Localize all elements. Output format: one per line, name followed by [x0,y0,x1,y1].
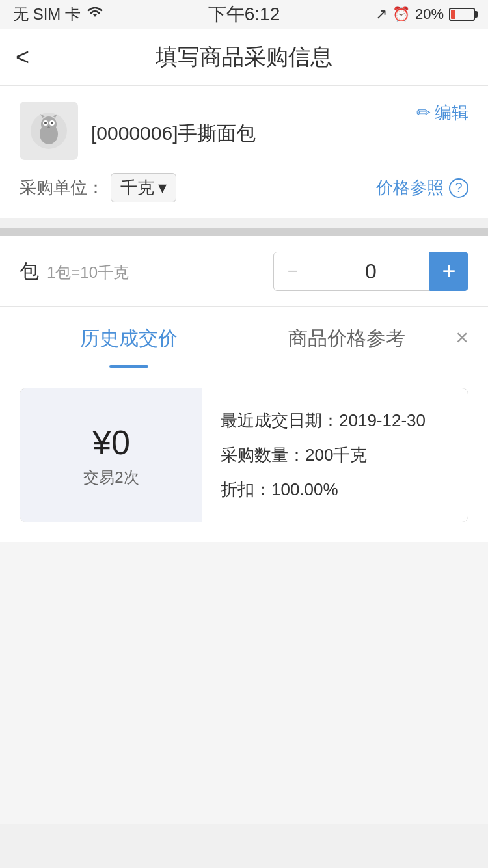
quantity-row: 包 1包=10千克 − 0 + [0,236,488,306]
back-button[interactable]: < [16,44,29,71]
page-title: 填写商品采购信息 [156,42,332,72]
section-separator [0,228,488,236]
price-reference-button[interactable]: 价格参照 ? [376,176,468,199]
transaction-discount-row: 折扣：100.00% [221,477,450,502]
main-content: ¥0 交易2次 最近成交日期：2019-12-30 采购数量：200千克 折扣：… [0,368,488,824]
quantity-input[interactable]: 0 [312,252,429,291]
edit-label: 编辑 [435,102,468,124]
tab-history-label: 历史成交价 [80,327,178,349]
product-unit-row: 采购单位： 千克 ▾ 价格参照 ? [20,173,468,202]
transaction-details: 最近成交日期：2019-12-30 采购数量：200千克 折扣：100.00% [202,388,468,522]
tab-history-price[interactable]: 历史成交价 [20,307,237,368]
product-card: [0000006]手撕面包 ✏ 编辑 采购单位： 千克 ▾ 价格参照 ? [0,86,488,218]
quantity-increase-button[interactable]: + [429,252,468,291]
battery-pct: 20% [415,6,444,23]
dropdown-arrow-icon: ▾ [158,178,167,198]
battery-icon [449,8,475,21]
date-value: 2019-12-30 [339,411,426,430]
alarm-icon: ⏰ [392,6,410,23]
discount-label: 折扣： [221,480,271,499]
status-left: 无 SIM 卡 [13,4,104,25]
wifi-icon [86,5,104,23]
svg-point-5 [44,122,47,124]
qty-label: 采购数量： [221,445,305,465]
quantity-controls: − 0 + [273,252,468,291]
transaction-count: 交易2次 [83,467,139,488]
edit-icon: ✏ [416,103,431,123]
status-right: ↗ ⏰ 20% [375,6,475,23]
status-time: 下午6:12 [208,2,280,27]
quantity-label-area: 包 1包=10千克 [20,258,129,285]
tabs-close-button[interactable]: × [455,312,468,363]
minus-icon: − [288,261,298,282]
status-bar: 无 SIM 卡 下午6:12 ↗ ⏰ 20% [0,0,488,29]
product-left: [0000006]手撕面包 [20,102,256,160]
carrier-text: 无 SIM 卡 [13,4,81,25]
quantity-unit: 包 [20,258,39,285]
unit-value: 千克 [120,176,154,199]
tabs-row: 历史成交价 商品价格参考 × [0,307,488,368]
history-content: ¥0 交易2次 最近成交日期：2019-12-30 采购数量：200千克 折扣：… [0,368,488,542]
tab-product-label: 商品价格参考 [288,327,405,349]
transaction-price: ¥0 [92,423,130,462]
date-label: 最近成交日期： [221,411,339,430]
unit-select[interactable]: 千克 ▾ [111,173,176,202]
transaction-card: ¥0 交易2次 最近成交日期：2019-12-30 采购数量：200千克 折扣：… [20,388,468,522]
product-header: [0000006]手撕面包 ✏ 编辑 [20,102,468,160]
help-icon: ? [449,178,468,198]
unit-label: 采购单位： [20,176,104,199]
product-thumbnail [20,102,78,160]
svg-point-6 [51,122,53,124]
product-name: [0000006]手撕面包 [91,115,256,147]
qty-value: 200千克 [305,445,367,465]
plus-icon: + [442,258,455,285]
edit-button[interactable]: ✏ 编辑 [416,102,468,124]
transaction-qty-row: 采购数量：200千克 [221,442,450,468]
transaction-summary: ¥0 交易2次 [20,388,202,522]
tabs-container: 历史成交价 商品价格参考 × [0,307,488,368]
location-icon: ↗ [375,6,387,23]
quantity-decrease-button[interactable]: − [273,252,312,291]
quantity-conversion: 1包=10千克 [47,262,129,283]
discount-value: 100.00% [271,480,338,499]
nav-bar: < 填写商品采购信息 [0,29,488,86]
price-ref-label: 价格参照 [376,176,444,199]
transaction-date-row: 最近成交日期：2019-12-30 [221,408,450,433]
tab-product-price[interactable]: 商品价格参考 [237,307,455,368]
